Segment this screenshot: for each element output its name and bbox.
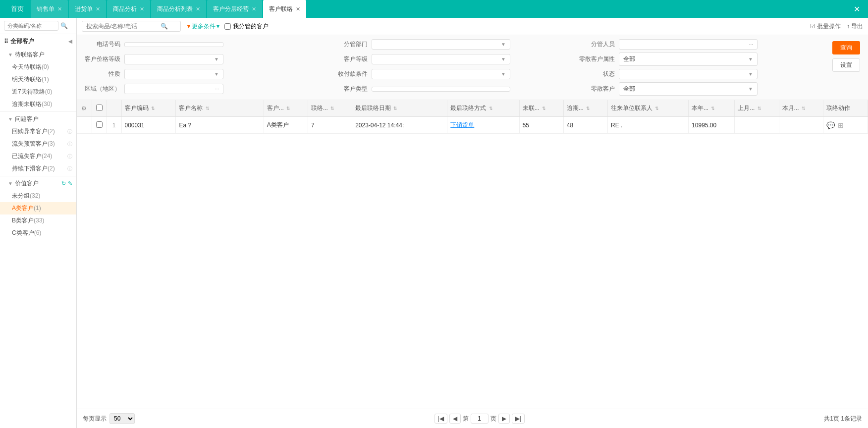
select-all-checkbox[interactable] xyxy=(96,105,103,111)
sidebar-item-B类客户[interactable]: B类客户(33) xyxy=(0,214,76,227)
first-page-btn[interactable]: |◀ xyxy=(434,414,447,424)
main-search-input[interactable] xyxy=(86,23,161,30)
sidebar-item-逾期未联络[interactable]: 逾期未联络(30) xyxy=(0,98,76,110)
dropdown-arrow-icon: ▼ xyxy=(748,56,753,62)
retail-attr-label: 零散客户属性 xyxy=(579,55,615,63)
sidebar-search-input[interactable] xyxy=(4,21,58,31)
row-settings xyxy=(77,117,92,134)
sidebar-item-未分组[interactable]: 未分组(32) xyxy=(0,190,76,202)
sort-icon[interactable]: ⇅ xyxy=(586,106,590,111)
problem-customers-group[interactable]: ▼ 问题客户 xyxy=(0,113,76,125)
sidebar-search-icon[interactable]: 🔍 xyxy=(60,22,68,29)
col-code-header: 客户编码 ⇅ xyxy=(121,100,176,117)
sidebar-item-label: B类客户(33) xyxy=(12,216,44,225)
retail-cust-dropdown[interactable]: 全部▼ xyxy=(619,82,758,96)
filter-row-1: 电话号码 分管部门 ▼ 分管人员 ··· xyxy=(85,39,826,50)
tab-close-btn[interactable]: ✕ xyxy=(252,6,256,12)
dropdown-arrow-icon: ▼ xyxy=(501,71,506,77)
refresh-icon[interactable]: ↻ xyxy=(61,180,66,187)
sort-icon[interactable]: ⇅ xyxy=(542,106,546,111)
batch-op-btn[interactable]: ☑ 批量操作 xyxy=(810,22,841,31)
sidebar-item-明天待联络[interactable]: 明天待联络(1) xyxy=(0,73,76,86)
last-page-btn[interactable]: ▶| xyxy=(512,414,525,424)
all-customers-header[interactable]: ⠿ 全部客户 ◀ xyxy=(0,34,76,49)
sort-icon[interactable]: ⇅ xyxy=(286,106,290,111)
nav-tab-客户联络[interactable]: 客户联络✕ xyxy=(263,0,306,18)
col-last-month-header: 上月... ⇅ xyxy=(735,100,779,117)
tab-close-btn[interactable]: ✕ xyxy=(296,6,300,12)
manager-dropdown[interactable]: ··· xyxy=(619,39,758,50)
sort-icon[interactable]: ⇅ xyxy=(330,106,334,111)
sidebar-search-area: 🔍 xyxy=(0,18,76,34)
col-settings-icon[interactable]: ⚙ xyxy=(81,105,87,112)
status-dropdown[interactable]: ▼ xyxy=(619,69,758,79)
nav-tab-商品分析列表[interactable]: 商品分析列表✕ xyxy=(151,0,206,18)
sort-icon[interactable]: ⇅ xyxy=(393,106,397,111)
sort-icon[interactable]: ⇅ xyxy=(655,106,659,111)
prev-page-btn[interactable]: ◀ xyxy=(449,414,461,424)
sidebar-item-A类客户[interactable]: A类客户(1) xyxy=(0,202,76,214)
price-level-dropdown[interactable]: ▼ xyxy=(124,54,223,64)
export-btn[interactable]: ↑ 导出 xyxy=(847,22,863,31)
pending-contact-group[interactable]: ▼ 待联络客户 xyxy=(0,49,76,61)
payment-dropdown[interactable]: ▼ xyxy=(372,69,510,79)
tab-close-btn[interactable]: ✕ xyxy=(57,6,62,12)
row-check[interactable] xyxy=(96,121,103,128)
cust-type-label: 客户类型 xyxy=(332,85,368,93)
cust-level-dropdown[interactable]: ▼ xyxy=(372,54,510,64)
table-row: 1 000031 Ea ? A类客户 7 2023-04-12 14:44: 下… xyxy=(77,117,868,134)
customer-table: ⚙ 客户编码 ⇅ 客户名称 ⇅ xyxy=(77,100,868,134)
sidebar-item-已流失客户[interactable]: 已流失客户(24)ⓘ xyxy=(0,150,76,162)
tab-close-btn[interactable]: ✕ xyxy=(196,6,200,12)
retail-attr-value: 全部 xyxy=(623,55,635,63)
col-no-contact-label: 未联... xyxy=(523,105,540,111)
grid-icon[interactable]: ⊞ xyxy=(838,121,844,129)
dept-field: 分管部门 ▼ xyxy=(332,39,579,50)
chat-icon[interactable]: 💬 xyxy=(826,121,835,129)
settings-button[interactable]: 设置 xyxy=(832,58,860,72)
col-overdue-label: 逾期... xyxy=(567,105,584,111)
edit-icon[interactable]: ✎ xyxy=(68,180,72,187)
nav-tab-商品分析[interactable]: 商品分析✕ xyxy=(107,0,150,18)
window-close-button[interactable]: ✕ xyxy=(850,4,864,14)
info-icon: ⓘ xyxy=(67,165,72,172)
last-method-link[interactable]: 下销货单 xyxy=(450,121,474,128)
more-filter-btn[interactable]: ▼ 更多条件 ▾ xyxy=(186,22,219,31)
region-dropdown[interactable]: ··· xyxy=(124,84,223,94)
sidebar-item-回购异常客户[interactable]: 回购异常客户(2)ⓘ xyxy=(0,125,76,138)
sidebar-item-流失预警客户[interactable]: 流失预警客户(3)ⓘ xyxy=(0,138,76,150)
dept-dropdown[interactable]: ▼ xyxy=(372,39,510,50)
retail-attr-dropdown[interactable]: 全部▼ xyxy=(619,53,758,66)
cust-type-input[interactable] xyxy=(372,87,510,92)
sidebar-item-今天待联络[interactable]: 今天待联络(0) xyxy=(0,61,76,73)
tab-close-btn[interactable]: ✕ xyxy=(96,6,100,12)
nav-tab-进货单[interactable]: 进货单✕ xyxy=(69,0,106,18)
sidebar-item-C类客户[interactable]: C类客户(6) xyxy=(0,227,76,239)
my-customers-checkbox[interactable]: 我分管的客户 xyxy=(224,22,269,31)
sort-icon[interactable]: ⇅ xyxy=(711,106,715,111)
my-customers-check[interactable] xyxy=(224,23,231,30)
query-button[interactable]: 查询 xyxy=(832,41,860,54)
row-code: 000031 xyxy=(121,117,176,134)
nav-tab-销售单[interactable]: 销售单✕ xyxy=(31,0,68,18)
nature-dropdown[interactable]: ▼ xyxy=(124,69,223,79)
sort-icon[interactable]: ⇅ xyxy=(489,106,493,111)
tab-close-btn[interactable]: ✕ xyxy=(140,6,144,12)
sort-icon[interactable]: ⇅ xyxy=(802,106,806,111)
sidebar-item-近7天待联络[interactable]: 近7天待联络(0) xyxy=(0,86,76,98)
sidebar-item-持续下滑客户[interactable]: 持续下滑客户(2)ⓘ xyxy=(0,162,76,175)
sort-icon[interactable]: ⇅ xyxy=(758,106,761,111)
sidebar: 🔍 ⠿ 全部客户 ◀ ▼ 待联络客户 今天待联络(0)明天待联络(1)近7天待联… xyxy=(0,18,77,428)
sort-icon[interactable]: ⇅ xyxy=(151,106,155,111)
page-input[interactable] xyxy=(471,414,488,424)
next-page-btn[interactable]: ▶ xyxy=(498,414,510,424)
search-box[interactable]: 🔍 xyxy=(82,21,181,32)
phone-input[interactable] xyxy=(124,42,223,47)
sidebar-item-label: A类客户(1) xyxy=(12,204,41,213)
per-page-select[interactable]: 50 100 200 xyxy=(109,413,135,424)
batch-op-check-icon: ☑ xyxy=(810,23,815,30)
nav-tab-客户分层经营[interactable]: 客户分层经营✕ xyxy=(207,0,262,18)
sort-icon[interactable]: ⇅ xyxy=(206,106,210,111)
nav-home[interactable]: 首页 xyxy=(4,0,31,18)
value-customers-group[interactable]: ▼ 价值客户 ↻ ✎ xyxy=(0,177,76,190)
